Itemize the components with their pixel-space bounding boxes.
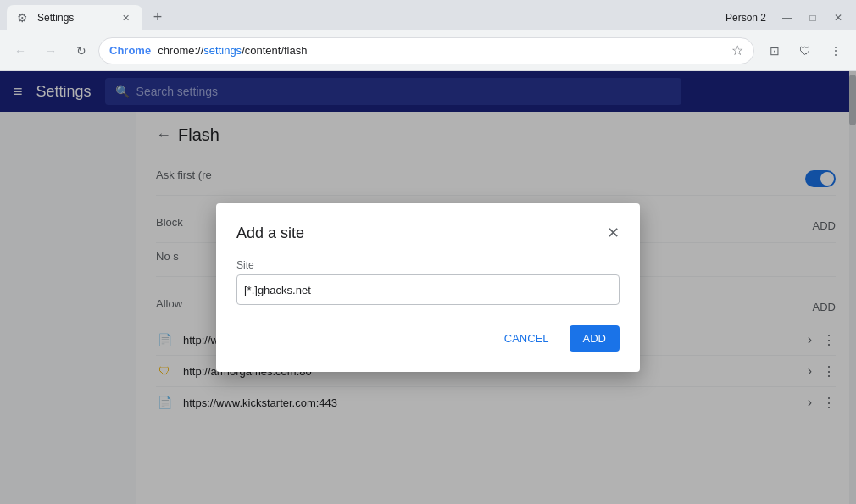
address-settings: settings [203, 44, 242, 57]
dialog-title-row: Add a site ✕ [236, 224, 620, 242]
title-bar: ⚙ Settings ✕ + Person 2 — □ ✕ [0, 0, 856, 30]
dialog-title-text: Add a site [236, 224, 304, 242]
chrome-logo: Chrome [109, 44, 151, 57]
modal-overlay: Add a site ✕ Site CANCEL ADD [0, 71, 856, 504]
cast-button[interactable]: ⊡ [761, 37, 788, 64]
active-tab[interactable]: ⚙ Settings ✕ [7, 5, 142, 30]
window-controls: Person 2 — □ ✕ [725, 7, 849, 29]
shield-icon[interactable]: 🛡 [792, 37, 819, 64]
maximize-button[interactable]: □ [802, 7, 824, 29]
dialog-close-button[interactable]: ✕ [607, 224, 620, 242]
forward-button[interactable]: → [37, 37, 64, 64]
nav-extras: ⊡ 🛡 ⋮ [761, 37, 849, 64]
site-input[interactable] [236, 274, 620, 305]
address-prefix: chrome:// [158, 44, 203, 57]
settings-page: ≡ Settings 🔍 Search settings ← Flash Ask… [0, 71, 856, 504]
tab-title: Settings [37, 12, 112, 24]
new-tab-button[interactable]: + [146, 5, 170, 29]
dialog-field-label: Site [236, 259, 620, 271]
address-suffix: /content/flash [242, 44, 307, 57]
dialog-field: Site [236, 259, 620, 305]
back-button[interactable]: ← [7, 37, 34, 64]
window-user-label: Person 2 [725, 12, 766, 24]
cancel-button[interactable]: CANCEL [491, 325, 563, 352]
close-button[interactable]: ✕ [827, 7, 849, 29]
dialog-actions: CANCEL ADD [236, 325, 620, 352]
reload-button[interactable]: ↻ [68, 37, 95, 64]
browser-frame: ⚙ Settings ✕ + Person 2 — □ ✕ ← → ↻ Chro… [0, 0, 856, 504]
tab-close-button[interactable]: ✕ [119, 11, 132, 25]
add-button[interactable]: ADD [570, 325, 620, 352]
tab-settings-icon: ⚙ [17, 11, 31, 25]
minimize-button[interactable]: — [776, 7, 798, 29]
nav-bar: ← → ↻ Chrome chrome://settings/content/f… [0, 30, 856, 71]
menu-button[interactable]: ⋮ [822, 37, 849, 64]
add-site-dialog: Add a site ✕ Site CANCEL ADD [216, 203, 640, 372]
bookmark-star-icon[interactable]: ☆ [731, 42, 743, 58]
address-bar[interactable]: Chrome chrome://settings/content/flash ☆ [98, 37, 754, 64]
address-text: chrome://settings/content/flash [158, 44, 307, 57]
